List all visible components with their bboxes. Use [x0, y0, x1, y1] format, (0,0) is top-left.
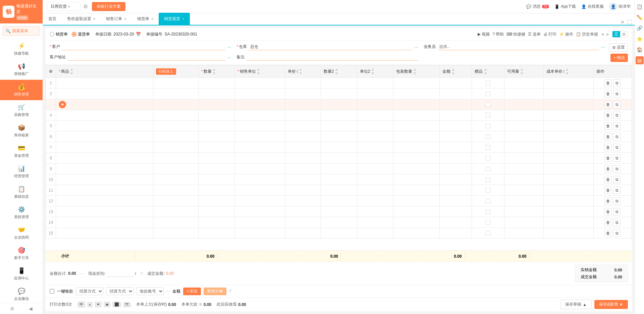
sidebar-item-basic[interactable]: 📋 基础信息 [0, 182, 43, 202]
address-input[interactable] [68, 54, 225, 61]
tab-price-setting-close-icon[interactable]: × [93, 17, 95, 21]
pack-cell-11[interactable] [393, 185, 439, 196]
logistics-btn[interactable]: + 物流 [610, 54, 628, 62]
tab-sales-out-close-icon[interactable]: × [151, 17, 153, 21]
shortcut-btn[interactable]: ⌨ 快捷键 [506, 32, 525, 37]
qty2-cell-9[interactable] [321, 164, 357, 174]
view-list-btn[interactable]: ☰ [612, 31, 620, 37]
pack-cell-12[interactable] [393, 196, 439, 206]
qty2-cell-11[interactable] [321, 185, 357, 196]
pack-cell-7[interactable] [393, 142, 439, 153]
price-cell-14[interactable] [285, 217, 321, 228]
product-cell-10[interactable] [56, 174, 153, 185]
th-gear[interactable]: ⚙ [46, 65, 56, 78]
unit2-cell-4[interactable] [357, 110, 393, 121]
pack-cell-4[interactable] [393, 110, 439, 121]
pack-cell-13[interactable] [393, 206, 439, 217]
delete-row-btn-13[interactable]: 🗑 [604, 208, 612, 215]
sidebar-item-appstore[interactable]: 📱 应用中心 [0, 264, 43, 284]
qty2-cell-6[interactable] [321, 131, 357, 142]
unit-cell-3[interactable] [234, 99, 285, 110]
unit-cell-14[interactable] [234, 217, 285, 228]
copy-row-btn-10[interactable]: ⧉ [613, 176, 621, 183]
sidebar-item-finance[interactable]: 💳 资金管理 [0, 141, 43, 162]
calc-method-select[interactable]: 结算方式 [76, 287, 103, 295]
amount-cell-9[interactable] [440, 164, 472, 174]
qty-cell-11[interactable] [198, 185, 234, 196]
pack-cell-15[interactable] [393, 228, 439, 239]
product-cell-4[interactable] [56, 110, 153, 121]
delete-row-btn-4[interactable]: 🗑 [604, 112, 612, 119]
amount-cell-4[interactable] [440, 110, 472, 121]
tab-price-setting[interactable]: 售价提取设置 × [62, 13, 101, 25]
sidebar-item-system[interactable]: ⚙️ 系统管理 [0, 202, 43, 223]
gift-checkbox-11[interactable] [486, 188, 490, 193]
price-cell-11[interactable] [285, 185, 321, 196]
tab-home[interactable]: 首页 [43, 13, 62, 25]
gift-checkbox-5[interactable] [486, 124, 490, 128]
one-key-payment-checkbox[interactable] [50, 289, 54, 294]
sidebar-item-enterprise[interactable]: 🤝 企业协同 [0, 223, 43, 243]
copy-row-btn-14[interactable]: ⧉ [613, 219, 621, 226]
calc-type-select[interactable]: 结算方式 [106, 287, 133, 295]
copy-row-btn-7[interactable]: ⧉ [613, 144, 621, 151]
tab-close-all-icon[interactable]: ✕ [621, 19, 625, 25]
fee-split-btn[interactable]: 费用分摊 [204, 288, 226, 295]
topbar-gear-icon[interactable]: ⚙ [83, 3, 88, 10]
copy-row-btn-5[interactable]: ⧉ [613, 122, 621, 130]
price-cell-9[interactable] [285, 164, 321, 174]
pack-cell-6[interactable] [393, 131, 439, 142]
date-value[interactable]: 2023-03-20 [113, 32, 134, 37]
product-cell-9[interactable] [56, 164, 153, 174]
qty2-cell-5[interactable] [321, 121, 357, 131]
pack-cell-8[interactable] [393, 153, 439, 164]
history-btn[interactable]: 📋 历史单据 [576, 32, 598, 37]
search-menu-button[interactable]: 🔍 搜索菜单 [3, 26, 40, 36]
product-cell-2[interactable] [56, 88, 153, 99]
save-draft-btn[interactable]: 保存草稿 ▲ [560, 300, 592, 309]
qty-cell-4[interactable] [198, 110, 234, 121]
gift-checkbox-8[interactable] [486, 156, 490, 161]
delete-row-btn-3[interactable]: 🗑 [604, 101, 612, 108]
product-cell-3[interactable]: + [56, 99, 153, 110]
delete-row-btn-5[interactable]: 🗑 [604, 122, 612, 130]
tab-sales-return-close-icon[interactable]: × [182, 17, 184, 21]
sidebar-collapse-button[interactable]: ◀ [29, 306, 33, 311]
amount-cell-1[interactable] [440, 78, 472, 88]
price-cell-10[interactable] [285, 174, 321, 185]
copy-row-btn-9[interactable]: ⧉ [613, 165, 621, 173]
scan-input-btn[interactable]: 扫码录入 [156, 68, 176, 75]
sidebar-item-purchase[interactable]: 🛒 采购管理 [0, 100, 43, 121]
product-cell-13[interactable] [56, 206, 153, 217]
delete-row-btn-15[interactable]: 🗑 [604, 230, 612, 237]
gift-checkbox-4[interactable] [486, 113, 490, 118]
qty-cell-5[interactable] [198, 121, 234, 131]
user-profile[interactable]: 👤 徐泽华 [609, 3, 631, 11]
unit2-cell-12[interactable] [357, 196, 393, 206]
calendar-icon[interactable]: 📅 [136, 32, 141, 37]
qty2-cell-7[interactable] [321, 142, 357, 153]
qty-cell-15[interactable] [198, 228, 234, 239]
price-cell-13[interactable] [285, 206, 321, 217]
copy-row-btn-8[interactable]: ⧉ [613, 154, 621, 162]
price-cell-1[interactable] [285, 78, 321, 88]
unit2-cell-13[interactable] [357, 206, 393, 217]
warehouse-input[interactable] [249, 43, 412, 50]
delete-row-btn-1[interactable]: 🗑 [604, 79, 612, 87]
copy-row-btn-6[interactable]: ⧉ [613, 133, 621, 140]
unit-cell-6[interactable] [234, 131, 285, 142]
qty-cell-6[interactable] [198, 131, 234, 142]
select-order-btn[interactable]: ☰ 选单 [528, 32, 541, 37]
amount-cell-13[interactable] [440, 206, 472, 217]
qty-cell-2[interactable] [198, 88, 234, 99]
gift-checkbox-3[interactable] [486, 102, 490, 107]
product-cell-14[interactable] [56, 217, 153, 228]
tab-sales-order[interactable]: 销售订单 × [101, 13, 131, 25]
gift-checkbox-2[interactable] [486, 91, 490, 96]
amount-cell-11[interactable] [440, 185, 472, 196]
amount-cell-7[interactable] [440, 142, 472, 153]
product-input-${i}[interactable] [68, 102, 108, 107]
unit-cell-12[interactable] [234, 196, 285, 206]
copy-row-btn-4[interactable]: ⧉ [613, 112, 621, 119]
warehouse-select-icon[interactable]: ··· [414, 44, 418, 50]
